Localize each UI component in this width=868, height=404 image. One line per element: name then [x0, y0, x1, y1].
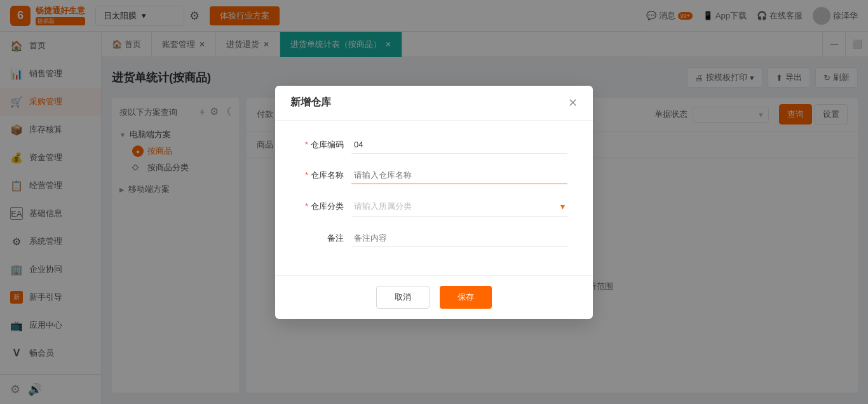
modal-close-button[interactable]: ✕ [568, 96, 578, 110]
cancel-button[interactable]: 取消 [376, 286, 430, 309]
modal-body: 仓库编码 仓库名称 仓库分类 请输入所属分类 ▾ 备注 [275, 121, 593, 275]
category-label: 仓库分类 [301, 201, 351, 212]
form-row-remark: 备注 [301, 229, 567, 247]
code-input[interactable] [351, 136, 567, 154]
code-label: 仓库编码 [301, 139, 351, 151]
category-select[interactable]: 请输入所属分类 ▾ [351, 197, 567, 217]
remark-label: 备注 [301, 232, 351, 244]
modal-footer: 取消 保存 [275, 275, 593, 319]
form-row-name: 仓库名称 [301, 166, 567, 184]
form-row-code: 仓库编码 [301, 136, 567, 154]
category-arrow: ▾ [560, 201, 565, 212]
form-row-category: 仓库分类 请输入所属分类 ▾ [301, 197, 567, 217]
name-label: 仓库名称 [301, 170, 351, 181]
modal-header: 新增仓库 ✕ [275, 86, 593, 121]
warehouse-modal: 新增仓库 ✕ 仓库编码 仓库名称 仓库分类 请输入所属分类 ▾ [275, 86, 593, 319]
save-button[interactable]: 保存 [440, 286, 492, 309]
modal-title: 新增仓库 [290, 96, 331, 109]
remark-input[interactable] [351, 229, 567, 247]
name-input[interactable] [351, 166, 567, 184]
modal-overlay[interactable]: 新增仓库 ✕ 仓库编码 仓库名称 仓库分类 请输入所属分类 ▾ [0, 0, 868, 404]
category-placeholder: 请输入所属分类 [354, 201, 412, 212]
